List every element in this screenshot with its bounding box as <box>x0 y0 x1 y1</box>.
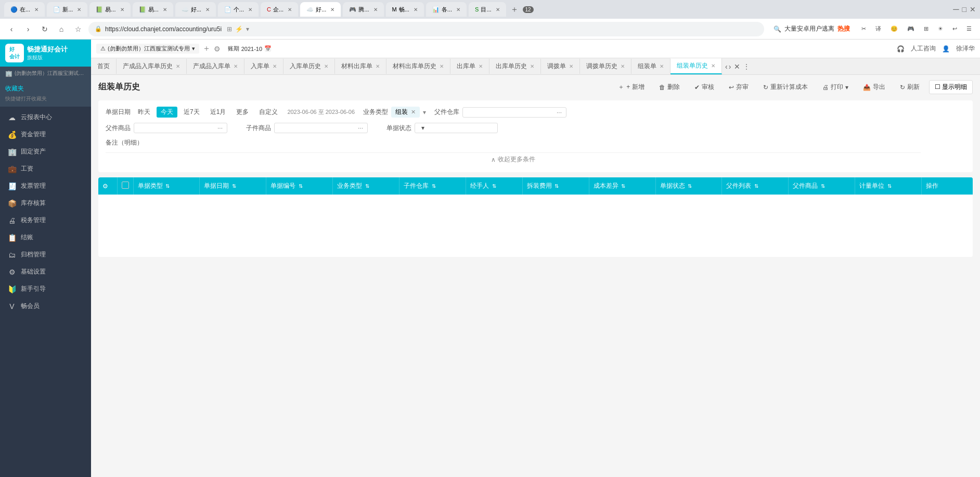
search-bar[interactable]: 🔍 大量安卓用户逃离 热搜 <box>773 24 850 33</box>
tab-production-inbound-history-close[interactable]: ✕ <box>176 63 180 69</box>
print-button[interactable]: 🖨 打印 ▾ <box>817 81 854 94</box>
address-bar[interactable]: 🔒 https://cloud.chanjet.com/accounting/u… <box>88 22 764 36</box>
page-tab-inbound[interactable]: 入库单 ✕ <box>244 59 283 74</box>
date-btn-1month[interactable]: 近1月 <box>206 107 230 118</box>
tab-outbound-close[interactable]: ✕ <box>479 63 483 69</box>
sidebar-item-settings[interactable]: ⚙ 基础设置 <box>0 263 91 280</box>
sidebar-item-fund[interactable]: 💰 资金管理 <box>0 126 91 143</box>
reload-button[interactable]: ↻ <box>38 23 51 35</box>
sidebar-item-fixed-assets[interactable]: 🏢 固定资产 <box>0 143 91 160</box>
parent-goods-input[interactable]: ··· <box>134 123 227 133</box>
tab-0[interactable]: 🔵 在... ✕ <box>4 2 45 17</box>
export-button[interactable]: 📤 导出 <box>858 81 891 94</box>
order-status-select[interactable]: ▾ <box>415 123 498 133</box>
th-order-status[interactable]: 单据状态 ⇅ <box>655 177 722 195</box>
th-parent-goods[interactable]: 父件商品 ⇅ <box>789 177 855 195</box>
date-btn-yesterday[interactable]: 昨天 <box>134 107 154 118</box>
tab-arrow-right[interactable]: › <box>729 62 731 71</box>
tab-4-close[interactable]: ✕ <box>205 7 210 12</box>
tab-7-close[interactable]: ✕ <box>330 7 334 12</box>
date-btn-custom[interactable]: 自定义 <box>255 107 282 118</box>
tab-2-close[interactable]: ✕ <box>120 7 124 12</box>
tab-transfer-close[interactable]: ✕ <box>569 63 573 69</box>
tab-production-inbound-close[interactable]: ✕ <box>234 63 238 69</box>
child-goods-more[interactable]: ··· <box>358 124 363 132</box>
sidebar-item-vip[interactable]: V 畅会员 <box>0 298 91 315</box>
add-company-icon[interactable]: ＋ <box>202 43 211 54</box>
sidebar-item-cloud-report[interactable]: ☁ 云报表中心 <box>0 109 91 126</box>
menu-btn[interactable]: ☰ <box>963 24 975 33</box>
tab-11[interactable]: S 目... ✕ <box>469 2 506 17</box>
home-button[interactable]: ⌂ <box>55 23 68 35</box>
tab-1-close[interactable]: ✕ <box>77 7 81 12</box>
tab-7-active[interactable]: ☁️ 好... ✕ <box>300 2 341 17</box>
page-tab-inbound-history[interactable]: 入库单历史 ✕ <box>283 59 335 74</box>
sidebar-item-salary[interactable]: 💼 工资 <box>0 160 91 177</box>
page-tab-production-inbound-history[interactable]: 产成品入库单历史 ✕ <box>117 59 187 74</box>
tab-material-outbound-history-close[interactable]: ✕ <box>440 63 444 69</box>
tab-inbound-history-close[interactable]: ✕ <box>324 63 328 69</box>
tab-11-close[interactable]: ✕ <box>496 7 500 12</box>
tab-8-close[interactable]: ✕ <box>373 7 378 12</box>
tab-5[interactable]: 📄 个... ✕ <box>218 2 259 17</box>
sidebar-item-tax[interactable]: 🖨 税务管理 <box>0 212 91 229</box>
collapse-filter-btn[interactable]: ∧ 收起更多条件 <box>106 152 921 166</box>
sidebar-item-archive[interactable]: 🗂 归档管理 <box>0 246 91 263</box>
refresh-button[interactable]: ↻ 刷新 <box>895 81 925 94</box>
page-tab-production-inbound[interactable]: 产成品入库单 ✕ <box>187 59 244 74</box>
tab-3-close[interactable]: ✕ <box>163 7 167 12</box>
sidebar-item-invoice[interactable]: 🧾 发票管理 <box>0 177 91 195</box>
tab-6-close[interactable]: ✕ <box>288 7 292 12</box>
tab-6[interactable]: C 企... ✕ <box>261 2 298 17</box>
page-tab-outbound[interactable]: 出库单 ✕ <box>450 59 489 74</box>
translate-tool[interactable]: 译 <box>872 24 884 34</box>
brightness-tool[interactable]: ☀ <box>935 24 946 33</box>
back-button[interactable]: ‹ <box>5 23 18 35</box>
date-btn-today[interactable]: 今天 <box>157 107 177 118</box>
tab-0-close[interactable]: ✕ <box>34 7 38 12</box>
cut-tool[interactable]: ✂ <box>858 24 869 33</box>
customer-service-btn[interactable]: 人工咨询 <box>911 44 936 53</box>
undo-tool[interactable]: ↩ <box>949 24 960 33</box>
audit-button[interactable]: ✔ 审核 <box>689 81 719 94</box>
period-selector[interactable]: 账期 2021-10 📅 <box>228 45 272 53</box>
tab-transfer-history-close[interactable]: ✕ <box>621 63 625 69</box>
show-detail-checkbox[interactable]: ☐ 显示明细 <box>929 80 973 94</box>
child-goods-input[interactable]: ··· <box>274 123 368 133</box>
select-all-checkbox[interactable] <box>122 182 129 189</box>
date-btn-7days[interactable]: 近7天 <box>179 107 204 118</box>
tab-9[interactable]: M 畅... ✕ <box>386 2 424 17</box>
add-button[interactable]: ＋ + 新增 <box>613 81 649 94</box>
favorites-title[interactable]: 收藏夹 <box>5 84 86 93</box>
company-settings-icon[interactable]: ⚙ <box>214 45 221 53</box>
username[interactable]: 徐泽华 <box>956 44 975 53</box>
tab-assembly-close[interactable]: ✕ <box>660 63 664 69</box>
tab-5-close[interactable]: ✕ <box>248 7 252 12</box>
tab-3[interactable]: 📗 易... ✕ <box>133 2 173 17</box>
tab-close-all[interactable]: ✕ <box>732 62 742 71</box>
grid-tool[interactable]: ⊞ <box>921 24 932 33</box>
tab-material-outbound-close[interactable]: ✕ <box>376 63 380 69</box>
tab-more-icon[interactable]: ⋮ <box>743 63 750 70</box>
recalc-button[interactable]: ↻ 重新计算成本 <box>758 81 813 94</box>
emoji-tool[interactable]: 😊 <box>887 24 901 33</box>
tab-10[interactable]: 📊 各... ✕ <box>426 2 467 17</box>
th-order-date[interactable]: 单据日期 ⇅ <box>200 177 266 195</box>
th-order-no[interactable]: 单据编号 ⇅ <box>266 177 333 195</box>
tab-10-close[interactable]: ✕ <box>456 7 460 12</box>
page-tab-material-outbound-history[interactable]: 材料出库单历史 ✕ <box>386 59 450 74</box>
th-parent-list[interactable]: 父件列表 ⇅ <box>722 177 789 195</box>
delete-button[interactable]: 🗑 删除 <box>654 81 685 94</box>
new-tab-button[interactable]: ＋ <box>508 3 521 16</box>
date-btn-more[interactable]: 更多 <box>232 107 253 118</box>
business-type-expand[interactable]: ▾ <box>423 109 426 116</box>
th-handler[interactable]: 经手人 ⇅ <box>466 177 522 195</box>
company-selector-top[interactable]: ⚠ (勿删勿禁用）江西服宝测试专用 ▾ <box>96 44 199 54</box>
page-tab-transfer[interactable]: 调拨单 ✕ <box>541 59 580 74</box>
parent-warehouse-input[interactable]: ··· <box>462 107 566 118</box>
page-tab-outbound-history[interactable]: 出库单历史 ✕ <box>489 59 541 74</box>
tab-4[interactable]: ☁️ 好... ✕ <box>175 2 216 17</box>
abandon-button[interactable]: ↩ 弃审 <box>724 81 754 94</box>
page-tab-home[interactable]: 首页 <box>91 59 117 74</box>
th-order-type[interactable]: 单据类型 ⇅ <box>133 177 200 195</box>
